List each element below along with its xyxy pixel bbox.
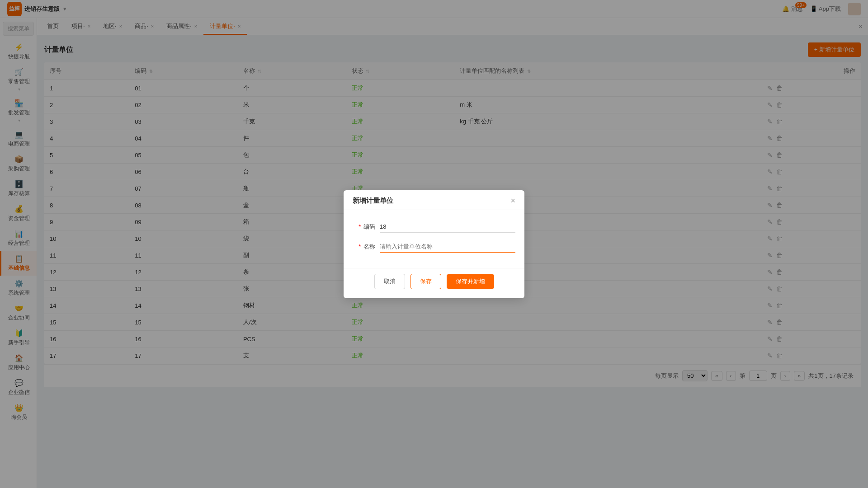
code-label: * 编码 xyxy=(353,223,380,231)
modal-overlay: 新增计量单位 × * 编码 * 名称 xyxy=(0,0,868,488)
name-label: * 名称 xyxy=(353,243,380,251)
code-input[interactable] xyxy=(380,221,515,233)
save-button[interactable]: 保存 xyxy=(410,274,441,289)
name-form-row: * 名称 xyxy=(353,241,515,253)
name-label-text: 名称 xyxy=(363,243,375,250)
app-wrapper: 益棒 进销存生意版 ▾ 🔔 消息 99+ 📱 App下载 搜索菜单 xyxy=(0,0,868,488)
code-label-text: 编码 xyxy=(363,223,375,230)
modal-title: 新增计量单位 xyxy=(353,197,393,205)
modal-footer: 取消 保存 保存并新增 xyxy=(344,268,524,298)
modal-header: 新增计量单位 × xyxy=(344,190,524,210)
name-required-star: * xyxy=(359,243,361,250)
save-and-new-button[interactable]: 保存并新增 xyxy=(447,274,494,289)
code-required-star: * xyxy=(359,223,361,230)
modal-close-button[interactable]: × xyxy=(510,197,515,205)
cancel-button[interactable]: 取消 xyxy=(374,274,405,289)
add-unit-modal: 新增计量单位 × * 编码 * 名称 xyxy=(344,190,524,298)
modal-body: * 编码 * 名称 xyxy=(344,210,524,268)
code-form-row: * 编码 xyxy=(353,221,515,233)
name-input[interactable] xyxy=(380,241,515,253)
